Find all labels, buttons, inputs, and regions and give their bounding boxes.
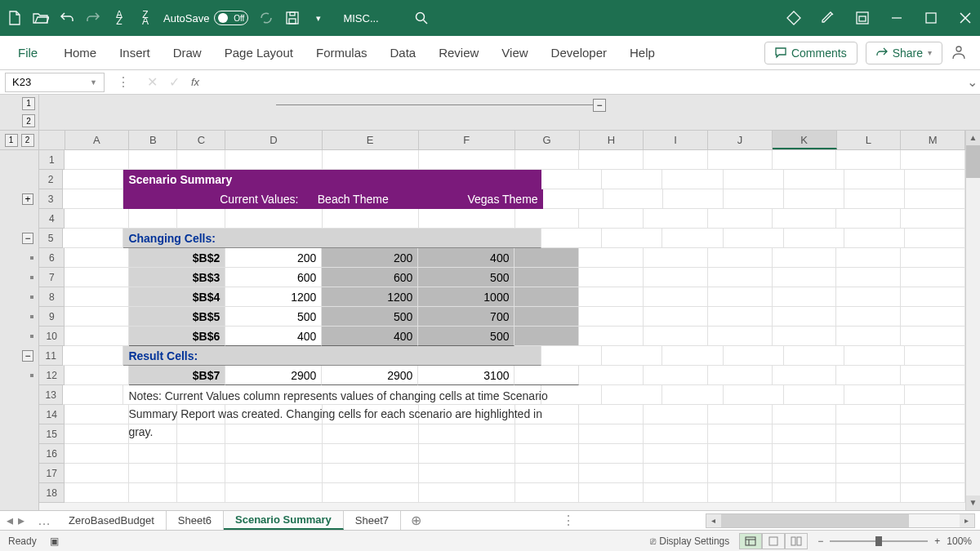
ribbon-tab-help[interactable]: Help [618,39,666,66]
view-page-layout-button[interactable] [762,533,785,549]
row-outline-collapse[interactable]: − [22,233,33,244]
row-header-9[interactable]: 9 [39,307,65,327]
user-icon[interactable] [951,44,969,62]
column-header-K[interactable]: K [773,131,837,149]
scroll-up-icon[interactable]: ▲ [966,131,980,145]
view-page-break-button[interactable] [785,533,808,549]
zoom-out-button[interactable]: − [817,535,823,547]
autosave-toggle[interactable]: AutoSave Off [163,11,248,25]
new-file-icon[interactable] [7,10,23,26]
ribbon-tab-formulas[interactable]: Formulas [305,39,379,66]
column-header-M[interactable]: M [901,131,965,149]
scroll-left-icon[interactable]: ◂ [706,514,721,527]
minimize-icon[interactable] [889,10,905,26]
col-outline-level-1[interactable]: 1 [22,97,35,110]
sort-desc-icon[interactable]: ZA [137,10,154,26]
column-header-D[interactable]: D [225,131,322,149]
column-header-B[interactable]: B [129,131,177,149]
redo-icon[interactable] [85,10,101,26]
row-header-5[interactable]: 5 [39,229,63,248]
ribbon-tab-view[interactable]: View [490,39,539,66]
sheet-tab-sheet6[interactable]: Sheet6 [167,511,224,530]
row-header-2[interactable]: 2 [39,170,63,189]
row-header-18[interactable]: 18 [39,483,65,503]
col-outline-collapse[interactable]: − [593,99,606,112]
row-header-17[interactable]: 17 [39,464,65,483]
scroll-thumb-h[interactable] [721,514,909,527]
pen-icon[interactable] [820,10,836,26]
row-header-11[interactable]: 11 [39,346,63,366]
row-header-7[interactable]: 7 [39,268,65,287]
zoom-in-button[interactable]: + [934,535,940,547]
ribbon-tab-draw[interactable]: Draw [162,39,213,66]
row-outline-collapse[interactable]: − [22,350,33,362]
close-icon[interactable] [957,10,973,26]
row-outline-level-1[interactable]: 1 [5,134,18,147]
open-file-icon[interactable] [33,10,49,26]
select-all-corner[interactable] [39,131,65,149]
search-icon[interactable] [413,10,430,26]
column-header-C[interactable]: C [177,131,225,149]
ribbon-tab-developer[interactable]: Developer [540,39,618,66]
formula-input[interactable] [207,73,964,92]
ribbon-tab-data[interactable]: Data [378,39,427,66]
scroll-down-icon[interactable]: ▼ [966,495,980,510]
row-header-10[interactable]: 10 [39,327,65,346]
maximize-icon[interactable] [923,10,939,26]
diamond-icon[interactable] [786,10,802,26]
scroll-thumb-v[interactable] [966,145,980,178]
zoom-slider[interactable] [830,540,928,542]
row-outline-level-2[interactable]: 2 [21,134,34,147]
fx-icon[interactable]: fx [191,76,199,88]
row-header-16[interactable]: 16 [39,444,65,464]
ribbon-tab-page-layout[interactable]: Page Layout [213,39,305,66]
zoom-level[interactable]: 100% [947,535,972,547]
row-header-12[interactable]: 12 [39,366,65,385]
cancel-formula-icon[interactable]: ✕ [147,74,158,90]
sheet-nav-prev-icon[interactable]: ◂ [7,513,13,528]
scroll-right-icon[interactable]: ▸ [960,514,974,527]
column-header-L[interactable]: L [837,131,902,149]
share-button[interactable]: Share ▾ [866,42,942,64]
row-header-1[interactable]: 1 [39,150,65,170]
name-box[interactable]: K23 ▼ [5,73,105,92]
view-normal-button[interactable] [739,533,762,549]
macro-record-icon[interactable]: ▣ [50,535,59,547]
spreadsheet-grid[interactable]: ABCDEFGHIJKLM 12Scenario Summary3Current… [39,131,965,510]
display-settings-button[interactable]: ⎚Display Settings [650,535,729,547]
column-header-J[interactable]: J [708,131,773,149]
column-header-I[interactable]: I [644,131,708,149]
row-header-13[interactable]: 13 [39,385,63,405]
row-header-14[interactable]: 14 [39,405,65,424]
col-outline-level-2[interactable]: 2 [22,114,35,127]
column-header-F[interactable]: F [419,131,515,149]
row-outline-expand[interactable]: + [22,193,33,205]
row-header-15[interactable]: 15 [39,424,65,444]
column-header-G[interactable]: G [515,131,580,149]
row-header-4[interactable]: 4 [39,209,65,229]
window-mode-icon[interactable] [854,10,871,26]
sheet-tab-scenario-summary[interactable]: Scenario Summary [224,511,344,530]
qat-dropdown-icon[interactable]: ▾ [310,10,327,26]
row-header-3[interactable]: 3 [39,189,63,209]
file-menu[interactable]: File [3,39,52,66]
column-header-H[interactable]: H [580,131,644,149]
save-icon[interactable] [284,10,301,26]
ribbon-tab-home[interactable]: Home [52,39,108,66]
sort-asc-icon[interactable]: AZ [111,10,127,26]
row-header-8[interactable]: 8 [39,287,65,307]
undo-icon[interactable] [59,10,75,26]
sheet-tab-sheet7[interactable]: Sheet7 [344,511,401,530]
sheet-nav-next-icon[interactable]: ▸ [18,513,24,528]
comments-button[interactable]: Comments [764,42,858,64]
vertical-scrollbar[interactable]: ▲ ▼ [965,131,980,510]
sheet-tab-zerobasedbudget[interactable]: ZeroBasedBudget [57,511,167,530]
row-header-6[interactable]: 6 [39,248,65,268]
expand-formula-bar-icon[interactable]: ⌄ [964,74,980,90]
column-header-E[interactable]: E [323,131,419,149]
enter-formula-icon[interactable]: ✓ [169,74,180,90]
add-sheet-button[interactable]: ⊕ [401,513,431,528]
refresh-icon[interactable] [258,10,274,26]
horizontal-scrollbar[interactable]: ◂ ▸ [706,513,975,528]
column-header-A[interactable]: A [65,131,130,149]
